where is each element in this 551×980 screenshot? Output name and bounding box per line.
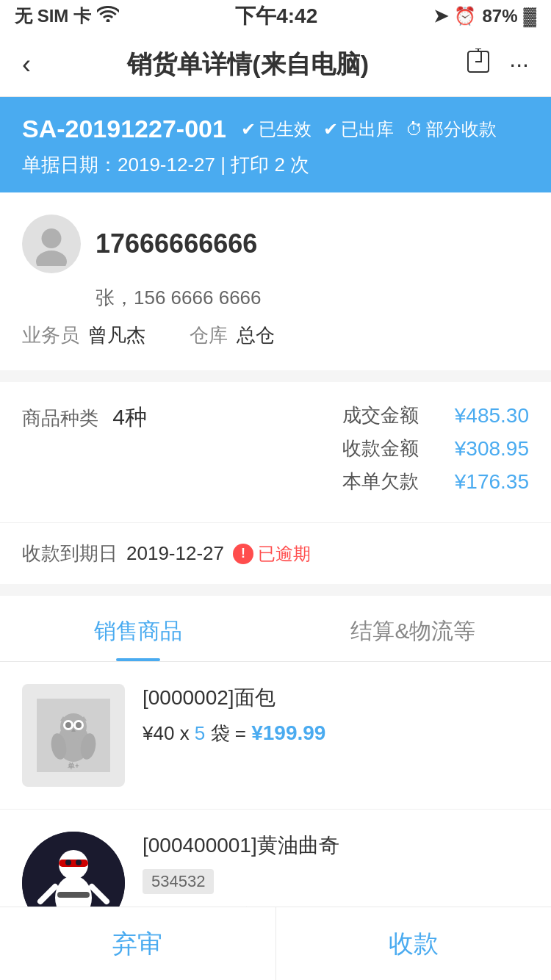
summary-right: 成交金额 ¥485.30 收款金额 ¥308.95 本单欠款 ¥176.35: [342, 403, 529, 502]
check-icon-2: ✔: [323, 119, 338, 140]
collected-row: 收款金额 ¥308.95: [342, 436, 529, 461]
order-date: 单据日期：2019-12-27: [22, 154, 215, 176]
warehouse-label: 仓库: [190, 323, 228, 348]
svg-point-20: [65, 860, 71, 865]
status-time: 下午4:42: [235, 2, 317, 30]
battery-icon: ▓: [523, 6, 536, 26]
due-date: 2019-12-27: [126, 542, 224, 565]
sales-person-label: 业务员: [22, 323, 79, 348]
owed-label: 本单欠款: [342, 469, 419, 494]
tab-sales-products[interactable]: 销售商品: [0, 596, 276, 661]
customer-row: 17666666666: [22, 215, 529, 273]
overdue-icon: !: [233, 544, 253, 564]
collected-value: ¥308.95: [433, 437, 529, 461]
deal-amount-value: ¥485.30: [433, 404, 529, 428]
alarm-icon: ⏰: [454, 6, 476, 26]
customer-section: 17666666666 张，156 6666 6666 业务员 曾凡杰 仓库 总…: [0, 192, 551, 370]
customer-name-phone: 张，156 6666 6666: [22, 285, 529, 311]
product-thumb-placeholder-1: 单+: [22, 684, 125, 787]
share-icon[interactable]: [465, 48, 491, 81]
battery-text: 87%: [482, 6, 517, 26]
product-price-1: ¥40: [143, 722, 174, 744]
avatar: [22, 215, 81, 273]
svg-text:单+: 单+: [68, 762, 79, 770]
owed-row: 本单欠款 ¥176.35: [342, 469, 529, 494]
customer-user-id: 17666666666: [96, 228, 257, 259]
deal-amount-label: 成交金额: [342, 403, 419, 428]
status-left: 无 SIM 卡: [15, 4, 119, 28]
product-price-row-1: ¥40 x 5 袋 = ¥199.99: [143, 721, 529, 746]
clock-icon: ⏱: [406, 119, 423, 140]
due-label: 收款到期日: [22, 541, 118, 566]
overdue-text: 已逾期: [258, 542, 311, 566]
order-id: SA-20191227-001: [22, 115, 226, 143]
product-type-row: 商品种类 4种: [22, 403, 147, 433]
summary-left: 商品种类 4种: [22, 403, 147, 433]
location-icon: ➤: [433, 6, 448, 26]
status-shipped: ✔ 已出库: [323, 118, 394, 141]
collect-payment-button[interactable]: 收款: [276, 907, 552, 980]
summary-section: 商品种类 4种 成交金额 ¥485.30 收款金额 ¥308.95 本单欠款 ¥…: [0, 382, 551, 522]
summary-grid: 商品种类 4种 成交金额 ¥485.30 收款金额 ¥308.95 本单欠款 ¥…: [22, 403, 529, 502]
svg-point-9: [65, 722, 71, 728]
sales-person-item: 业务员 曾凡杰: [22, 323, 145, 348]
svg-point-2: [42, 228, 62, 248]
sales-person-value: 曾凡杰: [88, 323, 145, 348]
product-name-1: [0000002]面包: [143, 684, 529, 712]
product-quantity-1: 5: [195, 722, 205, 744]
owed-value: ¥176.35: [433, 470, 529, 494]
product-name-2: [000400001]黄油曲奇: [143, 832, 529, 860]
banner-top: SA-20191227-001 ✔ 已生效 ✔ 已出库 ⏱ 部分收款: [22, 115, 529, 143]
product-unit-1: 袋: [211, 722, 230, 744]
check-icon-1: ✔: [241, 119, 256, 140]
overdue-badge: ! 已逾期: [233, 542, 311, 566]
nav-actions: ···: [465, 48, 529, 81]
bottom-bar: 弃审 收款: [0, 907, 551, 980]
carrier-text: 无 SIM 卡: [15, 4, 91, 28]
warehouse-item: 仓库 总仓: [190, 323, 275, 348]
more-icon[interactable]: ···: [509, 51, 529, 78]
svg-rect-19: [59, 860, 88, 867]
page-title: 销货单详情(来自电脑): [127, 48, 369, 82]
cancel-review-button[interactable]: 弃审: [0, 907, 276, 980]
tabs-container: 销售商品 结算&物流等: [0, 596, 551, 662]
header-banner: SA-20191227-001 ✔ 已生效 ✔ 已出库 ⏱ 部分收款 单据日期：…: [0, 97, 551, 192]
status-right: ➤ ⏰ 87% ▓: [433, 6, 536, 26]
svg-point-10: [76, 722, 82, 728]
wifi-icon: [97, 6, 119, 26]
status-partial: ⏱ 部分收款: [406, 118, 497, 141]
product-thumb-1: 单+: [22, 684, 125, 787]
due-section: 收款到期日 2019-12-27 ! 已逾期: [0, 522, 551, 584]
product-item-1: 单+ [0000002]面包 ¥40 x 5 袋 = ¥199.99: [0, 662, 551, 810]
deal-amount-row: 成交金额 ¥485.30: [342, 403, 529, 428]
status-tags: ✔ 已生效 ✔ 已出库 ⏱ 部分收款: [241, 118, 497, 141]
svg-point-3: [36, 251, 67, 266]
banner-bottom: 单据日期：2019-12-27 | 打印 2 次: [22, 152, 529, 178]
product-type-label: 商品种类: [22, 407, 98, 429]
product-sku-2: 534532: [143, 869, 214, 894]
svg-rect-27: [57, 892, 90, 898]
print-count: 打印 2 次: [231, 154, 309, 176]
product-type-count: 4种: [112, 405, 147, 429]
svg-point-21: [76, 860, 82, 865]
status-bar: 无 SIM 卡 下午4:42 ➤ ⏰ 87% ▓: [0, 0, 551, 32]
back-button[interactable]: ‹: [22, 49, 31, 80]
customer-meta: 业务员 曾凡杰 仓库 总仓: [22, 323, 529, 348]
collected-label: 收款金额: [342, 436, 419, 461]
product-info-1: [0000002]面包 ¥40 x 5 袋 = ¥199.99: [143, 684, 529, 746]
tab-settlement-logistics[interactable]: 结算&物流等: [276, 596, 551, 661]
product-total-1: ¥199.99: [251, 721, 325, 744]
status-effective: ✔ 已生效: [241, 118, 311, 141]
divider-1: [0, 370, 551, 382]
nav-bar: ‹ 销货单详情(来自电脑) ···: [0, 32, 551, 97]
warehouse-value: 总仓: [237, 323, 275, 348]
